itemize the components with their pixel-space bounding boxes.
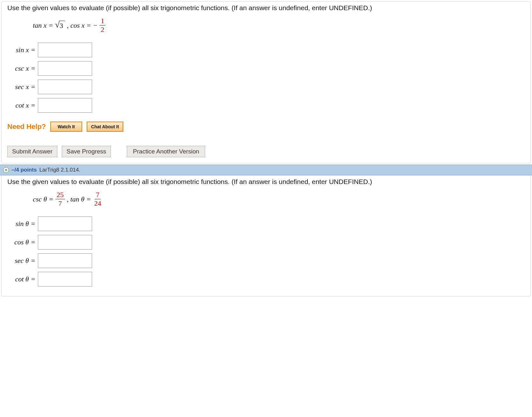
action-row: Submit Answer Save Progress Practice Ano… <box>2 140 530 163</box>
question-1-prompt: Use the given values to evaluate (if pos… <box>7 4 525 12</box>
answer-label: cos θ = <box>7 238 35 246</box>
points-value: 4 <box>16 167 19 173</box>
csc-denominator: 7 <box>57 199 63 207</box>
save-progress-button[interactable]: Save Progress <box>62 146 111 157</box>
cot-x-input[interactable] <box>38 98 92 113</box>
csc-x-input[interactable] <box>38 61 92 76</box>
submit-answer-button[interactable]: Submit Answer <box>7 146 57 157</box>
sec-theta-input[interactable] <box>38 253 92 268</box>
answer-row-cos-theta: cos θ = <box>7 235 525 250</box>
sin-x-input[interactable] <box>38 43 92 57</box>
points-prefix: –/ <box>11 167 16 173</box>
expand-icon[interactable]: + <box>3 167 9 173</box>
cos-numerator: 1 <box>99 18 105 25</box>
answer-label: sin x = <box>7 46 35 54</box>
sin-theta-input[interactable] <box>38 216 92 231</box>
question-2-content: Use the given values to evaluate (if pos… <box>2 175 530 296</box>
cos-x-label: , cos x = − <box>67 21 97 30</box>
question-ref: LarTrig8 2.1.014. <box>39 167 80 173</box>
cos-theta-input[interactable] <box>38 235 92 250</box>
answer-label: sin θ = <box>7 220 35 228</box>
answer-label: cot θ = <box>7 275 35 283</box>
tan-fraction: 7 24 <box>93 191 103 207</box>
answer-row-sin-theta: sin θ = <box>7 216 525 231</box>
chat-about-it-button[interactable]: Chat About It <box>87 122 123 132</box>
csc-theta-label: csc θ = <box>33 195 54 203</box>
answer-row-cot-theta: cot θ = <box>7 272 525 286</box>
csc-numerator: 25 <box>55 191 65 199</box>
practice-another-version-button[interactable]: Practice Another Version <box>127 146 205 157</box>
cot-theta-input[interactable] <box>38 272 92 286</box>
question-1-given: tan x = √ 3 , cos x = − 1 2 <box>33 18 525 33</box>
csc-fraction: 25 7 <box>55 191 65 207</box>
question-2-prompt: Use the given values to evaluate (if pos… <box>7 178 525 186</box>
tan-numerator: 7 <box>95 191 101 199</box>
cos-fraction: 1 2 <box>99 18 105 33</box>
question-1: Use the given values to evaluate (if pos… <box>1 1 531 163</box>
answer-label: sec θ = <box>7 257 35 265</box>
answer-row-sin-x: sin x = <box>7 43 525 57</box>
points-indicator: –/4 points <box>11 167 37 173</box>
answer-row-sec-x: sec x = <box>7 80 525 94</box>
answer-row-cot-x: cot x = <box>7 98 525 113</box>
need-help-row: Need Help? Watch It Chat About It <box>7 122 525 132</box>
answer-label: cot x = <box>7 101 35 110</box>
radicand: 3 <box>59 21 65 30</box>
question-2-given: csc θ = 25 7 , tan θ = 7 24 <box>33 191 525 207</box>
answer-row-csc-x: csc x = <box>7 61 525 76</box>
points-suffix: points <box>19 167 37 173</box>
cos-denominator: 2 <box>99 25 105 33</box>
question-1-content: Use the given values to evaluate (if pos… <box>2 2 530 140</box>
tan-x-label: tan x = <box>33 21 53 30</box>
watch-it-button[interactable]: Watch It <box>50 122 82 132</box>
tan-denominator: 24 <box>93 199 103 207</box>
sqrt-expression: √ 3 <box>55 21 65 30</box>
question-2: Use the given values to evaluate (if pos… <box>1 175 531 296</box>
answer-label: sec x = <box>7 83 35 91</box>
sec-x-input[interactable] <box>38 80 92 94</box>
need-help-label: Need Help? <box>7 123 46 131</box>
question-2-header: + –/4 points LarTrig8 2.1.014. <box>0 165 532 175</box>
answer-label: csc x = <box>7 64 35 73</box>
answer-row-sec-theta: sec θ = <box>7 253 525 268</box>
tan-theta-label: , tan θ = <box>67 195 91 203</box>
